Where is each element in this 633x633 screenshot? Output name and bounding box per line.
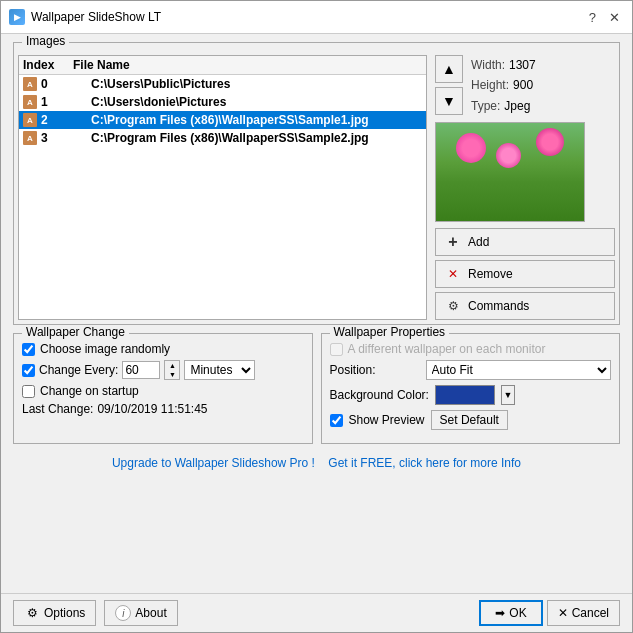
info-section: ▲ ▼ Width: 1307 Height: 900 xyxy=(435,55,615,116)
row-icon: A xyxy=(23,113,37,127)
change-every-checkbox[interactable] xyxy=(22,364,35,377)
ok-cancel-buttons: ➡ OK ✕ Cancel xyxy=(479,600,620,626)
file-list[interactable]: Index File Name A 0 C:\Users\Public\Pict… xyxy=(18,55,427,320)
color-dropdown-arrow[interactable]: ▼ xyxy=(501,385,515,405)
spinner: ▲ ▼ xyxy=(164,360,180,380)
choose-random-checkbox[interactable] xyxy=(22,343,35,356)
table-row[interactable]: A 1 C:\Users\donie\Pictures xyxy=(19,93,426,111)
wallpaper-change-label: Wallpaper Change xyxy=(22,325,129,339)
change-every-input[interactable] xyxy=(122,361,160,379)
info-icon: i xyxy=(115,605,131,621)
wallpaper-props-group: Wallpaper Properties A different wallpap… xyxy=(321,333,621,444)
options-label: Options xyxy=(44,606,85,620)
table-row[interactable]: A 0 C:\Users\Public\Pictures xyxy=(19,75,426,93)
type-value: Jpeg xyxy=(504,96,530,116)
thumbnail xyxy=(435,122,585,222)
col-filename-header: File Name xyxy=(73,58,422,72)
flower-decoration-3 xyxy=(536,128,564,156)
change-on-startup-checkbox[interactable] xyxy=(22,385,35,398)
diff-monitor-label: A different wallpaper on each monitor xyxy=(348,342,546,356)
window-title: Wallpaper SlideShow LT xyxy=(31,10,161,24)
show-preview-checkbox[interactable] xyxy=(330,414,343,427)
diff-monitor-checkbox[interactable] xyxy=(330,343,343,356)
last-change-value: 09/10/2019 11:51:45 xyxy=(97,402,207,416)
footer-links: Upgrade to Wallpaper Slideshow Pro ! Get… xyxy=(13,452,620,474)
add-button[interactable]: + Add xyxy=(435,228,615,256)
col-index-header: Index xyxy=(23,58,73,72)
close-button[interactable]: ✕ xyxy=(604,7,624,27)
row-path: C:\Users\donie\Pictures xyxy=(91,95,422,109)
main-window: ▶ Wallpaper SlideShow LT ? ✕ Images Inde… xyxy=(0,0,633,633)
position-select[interactable]: Auto Fit Fill Fit Stretch Tile Center xyxy=(426,360,612,380)
row-path: C:\Program Files (x86)\WallpaperSS\Sampl… xyxy=(91,131,422,145)
row-icon: A xyxy=(23,77,37,91)
help-button[interactable]: ? xyxy=(589,10,596,25)
show-preview-label: Show Preview xyxy=(349,413,425,427)
choose-random-label: Choose image randomly xyxy=(40,342,170,356)
height-value: 900 xyxy=(513,75,533,95)
add-label: Add xyxy=(468,235,489,249)
images-group-label: Images xyxy=(22,34,69,48)
set-default-button[interactable]: Set Default xyxy=(431,410,508,430)
move-down-button[interactable]: ▼ xyxy=(435,87,463,115)
wallpaper-props-label: Wallpaper Properties xyxy=(330,325,450,339)
minutes-select[interactable]: Minutes Hours Seconds xyxy=(184,360,255,380)
x-icon: ✕ xyxy=(444,265,462,283)
move-up-button[interactable]: ▲ xyxy=(435,55,463,83)
flower-decoration-2 xyxy=(496,143,521,168)
width-value: 1307 xyxy=(509,55,536,75)
choose-random-row: Choose image randomly xyxy=(22,342,304,356)
file-list-body: A 0 C:\Users\Public\Pictures A 1 C:\User… xyxy=(19,75,426,147)
change-on-startup-row: Change on startup xyxy=(22,384,304,398)
right-panel: ▲ ▼ Width: 1307 Height: 900 xyxy=(435,55,615,320)
color-picker-button[interactable] xyxy=(435,385,495,405)
main-content: Images Index File Name A 0 C:\Users\Publ… xyxy=(1,34,632,593)
last-change-label: Last Change: xyxy=(22,402,93,416)
commands-button[interactable]: ⚙ Commands xyxy=(435,292,615,320)
row-icon: A xyxy=(23,131,37,145)
images-inner: Index File Name A 0 C:\Users\Public\Pict… xyxy=(18,47,615,320)
row-index: 2 xyxy=(41,113,91,127)
spin-down-button[interactable]: ▼ xyxy=(165,370,179,379)
options-button[interactable]: ⚙ Options xyxy=(13,600,96,626)
table-row[interactable]: A 3 C:\Program Files (x86)\WallpaperSS\S… xyxy=(19,129,426,147)
about-button[interactable]: i About xyxy=(104,600,177,626)
ok-arrow-icon: ➡ xyxy=(495,606,505,620)
app-icon: ▶ xyxy=(9,9,25,25)
height-row: Height: 900 xyxy=(471,75,536,95)
remove-label: Remove xyxy=(468,267,513,281)
row-path: C:\Program Files (x86)\WallpaperSS\Sampl… xyxy=(91,113,422,127)
change-on-startup-label: Change on startup xyxy=(40,384,139,398)
action-buttons: + Add ✕ Remove ⚙ Commands xyxy=(435,228,615,320)
width-label: Width: xyxy=(471,55,505,75)
flower-decoration-1 xyxy=(456,133,486,163)
thumbnail-image xyxy=(436,123,584,221)
file-list-header: Index File Name xyxy=(19,56,426,75)
position-label: Position: xyxy=(330,363,420,377)
table-row[interactable]: A 2 C:\Program Files (x86)\WallpaperSS\S… xyxy=(19,111,426,129)
position-row: Position: Auto Fit Fill Fit Stretch Tile… xyxy=(330,360,612,380)
gear-icon: ⚙ xyxy=(444,297,462,315)
bottom-left-buttons: ⚙ Options i About xyxy=(13,600,178,626)
title-buttons: ? ✕ xyxy=(589,7,624,27)
ok-button[interactable]: ➡ OK xyxy=(479,600,542,626)
images-group: Images Index File Name A 0 C:\Users\Publ… xyxy=(13,42,620,325)
row-index: 0 xyxy=(41,77,91,91)
spin-up-button[interactable]: ▲ xyxy=(165,361,179,370)
ok-label: OK xyxy=(509,606,526,620)
upgrade-link[interactable]: Upgrade to Wallpaper Slideshow Pro ! xyxy=(112,456,315,470)
diff-monitor-row: A different wallpaper on each monitor xyxy=(330,342,612,356)
last-change-row: Last Change: 09/10/2019 11:51:45 xyxy=(22,402,304,416)
free-link[interactable]: Get it FREE, click here for more Info xyxy=(328,456,521,470)
change-every-label: Change Every: xyxy=(39,363,118,377)
cancel-button[interactable]: ✕ Cancel xyxy=(547,600,620,626)
show-preview-row: Show Preview Set Default xyxy=(330,410,612,430)
width-row: Width: 1307 xyxy=(471,55,536,75)
options-icon: ⚙ xyxy=(24,605,40,621)
bottom-bar: ⚙ Options i About ➡ OK ✕ Cancel xyxy=(1,593,632,632)
height-label: Height: xyxy=(471,75,509,95)
cancel-x-icon: ✕ xyxy=(558,606,568,620)
plus-icon: + xyxy=(444,233,462,251)
remove-button[interactable]: ✕ Remove xyxy=(435,260,615,288)
row-index: 3 xyxy=(41,131,91,145)
